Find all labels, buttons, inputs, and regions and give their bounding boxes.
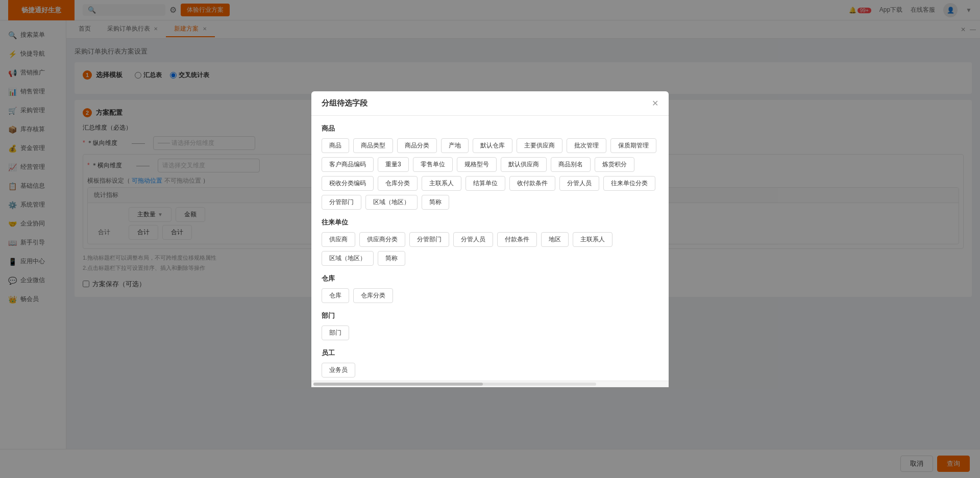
field-department[interactable]: 部门 <box>322 325 349 340</box>
field-warehouse-cat[interactable]: 仓库分类 <box>353 288 393 303</box>
field-staff[interactable]: 业务员 <box>322 363 355 378</box>
modal-header: 分组待选字段 ✕ <box>311 91 669 116</box>
section-product: 商品 商品 商品类型 商品分类 产地 默认仓库 主要供应商 批次管理 保质期管理… <box>322 124 658 210</box>
field-short-name[interactable]: 简称 <box>422 195 449 210</box>
field-warehouse-category[interactable]: 仓库分类 <box>378 176 418 191</box>
field-expiry-mgmt[interactable]: 保质期管理 <box>610 138 656 153</box>
section-department-title: 部门 <box>322 311 658 320</box>
section-warehouse-title: 仓库 <box>322 274 658 283</box>
field-origin[interactable]: 产地 <box>441 138 469 153</box>
section-employee: 员工 业务员 <box>322 348 658 378</box>
department-fields: 部门 <box>322 325 658 340</box>
field-pay-terms[interactable]: 付款条件 <box>497 232 537 247</box>
field-supplier-category[interactable]: 供应商分类 <box>359 232 405 247</box>
field-default-warehouse[interactable]: 默认仓库 <box>473 138 512 153</box>
modal-close-button[interactable]: ✕ <box>652 98 658 108</box>
field-supervisor-dept[interactable]: 分管部门 <box>322 195 361 210</box>
field-main-contact[interactable]: 主联系人 <box>422 176 461 191</box>
field-region[interactable]: 区域（地区） <box>365 195 418 210</box>
field-default-supplier[interactable]: 默认供应商 <box>501 157 547 172</box>
field-main-supplier[interactable]: 主要供应商 <box>517 138 562 153</box>
h-scrollbar-thumb[interactable] <box>313 383 483 386</box>
section-partner: 往来单位 供应商 供应商分类 分管部门 分管人员 付款条件 地区 主联系人 区域… <box>322 218 658 266</box>
section-department: 部门 部门 <box>322 311 658 340</box>
field-settlement-unit[interactable]: 结算单位 <box>465 176 505 191</box>
field-points[interactable]: 炼货积分 <box>595 157 634 172</box>
field-dept[interactable]: 分管部门 <box>409 232 449 247</box>
field-partner-category[interactable]: 往来单位分类 <box>603 176 655 191</box>
field-region2[interactable]: 区域（地区） <box>322 251 374 266</box>
modal: 分组待选字段 ✕ 商品 商品 商品类型 商品分类 产地 默认仓库 主要供应商 批… <box>311 91 669 387</box>
field-retail-unit[interactable]: 零售单位 <box>413 157 453 172</box>
field-tax-code[interactable]: 税收分类编码 <box>322 176 374 191</box>
field-batch-mgmt[interactable]: 批次管理 <box>567 138 606 153</box>
field-main-contact2[interactable]: 主联系人 <box>573 232 612 247</box>
field-warehouse[interactable]: 仓库 <box>322 288 349 303</box>
field-spec-model[interactable]: 规格型号 <box>457 157 497 172</box>
field-weight3[interactable]: 重量3 <box>378 157 409 172</box>
field-dept-person[interactable]: 分管人员 <box>453 232 493 247</box>
field-supplier[interactable]: 供应商 <box>322 232 355 247</box>
field-area[interactable]: 地区 <box>541 232 569 247</box>
field-product-type[interactable]: 商品类型 <box>353 138 393 153</box>
modal-scrollbar-area <box>311 381 669 387</box>
field-product[interactable]: 商品 <box>322 138 349 153</box>
field-supervisor[interactable]: 分管人员 <box>559 176 599 191</box>
section-partner-title: 往来单位 <box>322 218 658 227</box>
field-customer-code[interactable]: 客户商品编码 <box>322 157 374 172</box>
employee-fields: 业务员 <box>322 363 658 378</box>
field-short-name2[interactable]: 简称 <box>378 251 405 266</box>
modal-title: 分组待选字段 <box>322 98 368 108</box>
warehouse-fields: 仓库 仓库分类 <box>322 288 658 303</box>
modal-overlay[interactable]: 分组待选字段 ✕ 商品 商品 商品类型 商品分类 产地 默认仓库 主要供应商 批… <box>0 0 980 478</box>
field-payment-terms[interactable]: 收付款条件 <box>509 176 555 191</box>
field-product-category[interactable]: 商品分类 <box>397 138 437 153</box>
h-scrollbar-track <box>313 383 596 386</box>
product-fields: 商品 商品类型 商品分类 产地 默认仓库 主要供应商 批次管理 保质期管理 客户… <box>322 138 658 210</box>
partner-fields: 供应商 供应商分类 分管部门 分管人员 付款条件 地区 主联系人 区域（地区） … <box>322 232 658 266</box>
section-employee-title: 员工 <box>322 348 658 358</box>
section-product-title: 商品 <box>322 124 658 133</box>
section-warehouse: 仓库 仓库 仓库分类 <box>322 274 658 303</box>
field-product-alias[interactable]: 商品别名 <box>551 157 591 172</box>
modal-body: 商品 商品 商品类型 商品分类 产地 默认仓库 主要供应商 批次管理 保质期管理… <box>311 116 669 381</box>
